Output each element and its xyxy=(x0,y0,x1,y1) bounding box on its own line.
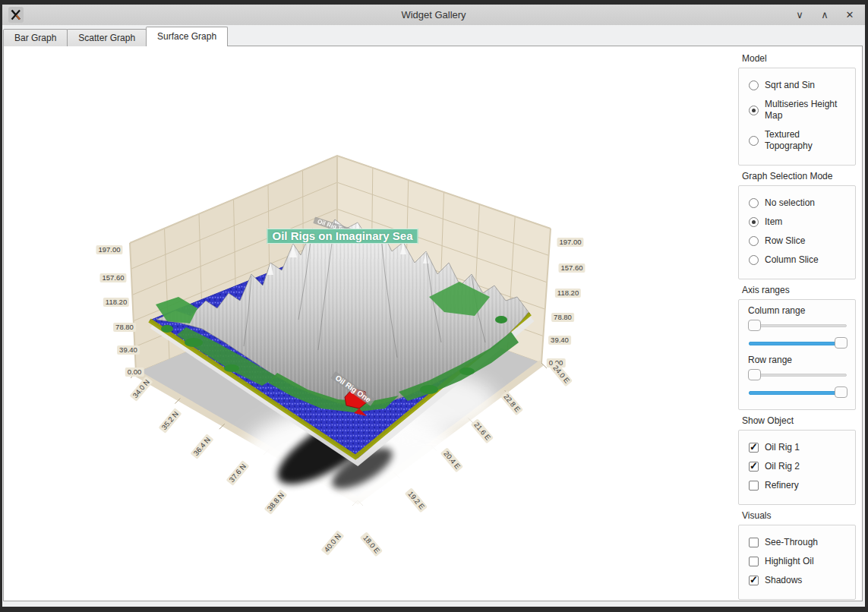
show-object-section-label: Show Object xyxy=(742,415,856,426)
value-tick: 78.80 xyxy=(551,313,574,322)
checkbox-label: Refinery xyxy=(765,480,799,491)
selection-label: Selection: xyxy=(742,607,856,612)
radio-label: Textured Topography xyxy=(765,129,849,152)
radio-icon[interactable] xyxy=(749,106,759,115)
radio-label: No selection xyxy=(765,197,815,209)
column-range-label: Column range xyxy=(748,305,849,316)
visuals-groupbox: See-Through Highlight Oil Shadows xyxy=(738,525,856,600)
selection-mode-section-label: Graph Selection Mode xyxy=(742,171,856,181)
axis-ranges-section-label: Axis ranges xyxy=(742,285,856,295)
checkbox-highlight-oil[interactable]: Highlight Oil xyxy=(749,556,849,567)
row-range-min-slider[interactable] xyxy=(748,369,847,380)
checkbox-icon[interactable] xyxy=(749,443,759,453)
checkbox-label: See-Through xyxy=(765,537,818,548)
radio-multiseries-height-map[interactable]: Multiseries Height Map xyxy=(749,99,849,121)
value-tick: 78.80 xyxy=(113,323,136,332)
slider-handle[interactable] xyxy=(835,386,847,398)
tab-bar: Bar Graph Scatter Graph Surface Graph xyxy=(3,27,227,46)
value-tick: 118.20 xyxy=(555,289,581,298)
checkbox-refinery[interactable]: Refinery xyxy=(749,480,849,491)
model-section-label: Model xyxy=(742,53,856,64)
tab-scatter-graph[interactable]: Scatter Graph xyxy=(67,29,147,46)
slider-track[interactable] xyxy=(749,391,847,395)
value-tick: 39.40 xyxy=(548,336,571,345)
radio-label: Multiseries Height Map xyxy=(765,99,849,121)
value-tick: 157.60 xyxy=(99,273,126,282)
content-pane: 197.00 157.60 118.20 78.80 39.40 0.00 19… xyxy=(3,46,863,601)
radio-icon[interactable] xyxy=(749,198,759,208)
radio-label: Sqrt and Sin xyxy=(765,80,815,91)
show-object-groupbox: Oil Rig 1 Oil Rig 2 Refinery xyxy=(738,430,856,505)
slider-track[interactable] xyxy=(749,342,847,345)
value-tick: 118.20 xyxy=(103,298,129,307)
radio-label: Item xyxy=(765,216,782,228)
window-title: Widget Gallery xyxy=(2,9,865,21)
radio-column-slice[interactable]: Column Slice xyxy=(749,254,849,266)
checkbox-label: Shadows xyxy=(765,575,802,586)
checkbox-shadows[interactable]: Shadows xyxy=(749,575,849,586)
titlebar: Widget Gallery ∨ ∧ ✕ xyxy=(2,5,865,25)
checkbox-label: Oil Rig 2 xyxy=(765,461,800,472)
slider-handle[interactable] xyxy=(835,337,847,349)
radio-row-slice[interactable]: Row Slice xyxy=(749,235,849,247)
selection-mode-groupbox: No selection Item Row Slice Column Slice xyxy=(738,185,856,279)
radio-icon[interactable] xyxy=(749,80,759,90)
checkbox-icon[interactable] xyxy=(749,557,759,566)
radio-icon[interactable] xyxy=(749,236,759,246)
slider-handle[interactable] xyxy=(748,369,761,380)
value-tick: 39.40 xyxy=(117,345,140,355)
radio-item[interactable]: Item xyxy=(749,216,849,228)
model-groupbox: Sqrt and Sin Multiseries Height Map Text… xyxy=(738,68,856,166)
radio-textured-topography[interactable]: Textured Topography xyxy=(749,129,849,152)
minimize-icon[interactable]: ∨ xyxy=(794,9,806,21)
axis-ranges-groupbox: Column range Row range xyxy=(738,299,856,410)
radio-no-selection[interactable]: No selection xyxy=(749,197,849,209)
row-range-label: Row range xyxy=(748,355,849,365)
radio-sqrt-and-sin[interactable]: Sqrt and Sin xyxy=(749,80,849,91)
column-range-min-slider[interactable] xyxy=(748,320,847,331)
value-tick: 197.00 xyxy=(557,238,583,247)
radio-label: Row Slice xyxy=(765,235,805,247)
selection-status: Selection: Nothing xyxy=(742,607,856,612)
settings-panel: Model Sqrt and Sin Multiseries Height Ma… xyxy=(738,48,856,612)
slider-track[interactable] xyxy=(749,374,847,377)
radio-label: Column Slice xyxy=(765,254,819,266)
checkbox-label: Highlight Oil xyxy=(765,556,814,567)
radio-icon[interactable] xyxy=(749,217,759,227)
column-range-max-slider[interactable] xyxy=(748,337,847,349)
checkbox-see-through[interactable]: See-Through xyxy=(749,537,849,548)
checkbox-label: Oil Rig 1 xyxy=(765,442,800,453)
chart-title: Oil Rigs on Imaginary Sea xyxy=(267,229,418,244)
checkbox-oil-rig-1[interactable]: Oil Rig 1 xyxy=(749,442,849,453)
checkbox-icon[interactable] xyxy=(749,462,759,472)
tab-bar-graph[interactable]: Bar Graph xyxy=(3,29,68,46)
radio-icon[interactable] xyxy=(749,136,759,146)
slider-track[interactable] xyxy=(749,324,847,327)
slider-handle[interactable] xyxy=(748,320,761,331)
checkbox-icon[interactable] xyxy=(749,576,759,585)
value-tick: 0.00 xyxy=(125,368,144,377)
close-icon[interactable]: ✕ xyxy=(844,9,856,21)
window-controls: ∨ ∧ ✕ xyxy=(794,5,856,25)
tab-surface-graph[interactable]: Surface Graph xyxy=(146,27,228,46)
row-range-max-slider[interactable] xyxy=(748,386,847,398)
checkbox-oil-rig-2[interactable]: Oil Rig 2 xyxy=(749,461,849,472)
visuals-section-label: Visuals xyxy=(742,510,856,521)
checkbox-icon[interactable] xyxy=(749,481,759,491)
maximize-icon[interactable]: ∧ xyxy=(819,9,831,21)
radio-icon[interactable] xyxy=(749,255,759,265)
surface-plot-canvas[interactable]: 197.00 157.60 118.20 78.80 39.40 0.00 19… xyxy=(4,46,737,601)
value-tick: 197.00 xyxy=(96,245,122,254)
checkbox-icon[interactable] xyxy=(749,538,759,547)
value-tick: 157.60 xyxy=(558,263,585,273)
